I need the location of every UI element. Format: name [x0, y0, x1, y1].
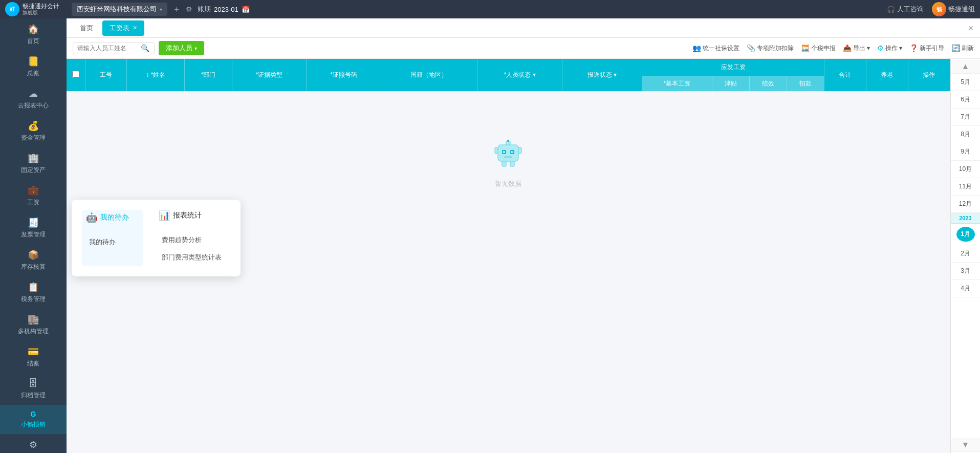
- popup-item-dept-expense[interactable]: 部门费用类型统计表: [159, 249, 225, 266]
- popup-col-report-stats-title: 📊 报表统计: [159, 210, 225, 224]
- sidebar-item-tax[interactable]: 📋 税务管理: [0, 276, 67, 309]
- home-icon: 🏠: [28, 24, 39, 35]
- sidebar-item-invoice[interactable]: 🧾 发票管理: [0, 212, 67, 244]
- th-report-status: 报送状态 ▾: [562, 59, 642, 91]
- sidebar-item-settlement[interactable]: 💳 结账: [0, 341, 67, 373]
- customer-service-btn[interactable]: 🎧 人工咨询: [887, 5, 924, 14]
- sidebar-label-invoice: 发票管理: [21, 230, 46, 239]
- social-security-btn[interactable]: 👥 统一社保设置: [692, 44, 739, 53]
- sidebar-item-cloud-report[interactable]: ☁ 云报表中心: [0, 83, 67, 115]
- special-deduct-label: 专项附加扣除: [757, 44, 794, 53]
- th-deduction: 扣款: [787, 76, 824, 92]
- year-2023-label: 2023: [951, 213, 980, 224]
- tab-close-all-btn[interactable]: ✕: [968, 24, 974, 32]
- month-item-2022-08[interactable]: 8月: [951, 126, 980, 143]
- search-icon[interactable]: 🔍: [141, 44, 149, 52]
- sidebar-item-multi-org[interactable]: 🏬 多机构管理: [0, 309, 67, 341]
- month-nav-down-btn[interactable]: ▼: [951, 438, 980, 452]
- export-label: 导出: [853, 44, 865, 53]
- add-person-button[interactable]: 添加人员 ▾: [159, 41, 204, 55]
- settlement-icon: 💳: [28, 346, 39, 357]
- toolbar-actions: 👥 统一社保设置 📎 专项附加扣除 🧮 个税申报 📤 导出 ▾ ⚙: [692, 44, 974, 53]
- popup-item-my-todo[interactable]: 我的待办: [86, 233, 139, 251]
- sidebar-item-inventory[interactable]: 📦 库存核算: [0, 244, 67, 276]
- th-name: ↕ *姓名: [127, 59, 185, 91]
- search-input[interactable]: [77, 45, 139, 52]
- user-profile[interactable]: 畅 畅捷通组: [932, 2, 975, 16]
- th-checkbox[interactable]: [67, 59, 85, 91]
- th-pension: 养老: [866, 59, 908, 91]
- sidebar-label-salary: 工资: [27, 198, 39, 207]
- month-item-2023-01[interactable]: 1月: [956, 227, 975, 242]
- select-all-checkbox[interactable]: [72, 71, 79, 78]
- svg-rect-4: [506, 141, 510, 145]
- month-item-2022-12[interactable]: 12月: [951, 196, 980, 213]
- tax-icon: 📋: [28, 282, 39, 293]
- settings-icon[interactable]: ⚙: [186, 5, 192, 13]
- sidebar-item-basic-settings[interactable]: ⚙ 基础设置: [0, 434, 67, 453]
- month-item-2023-04[interactable]: 4月: [951, 280, 980, 297]
- app-logo-text: 畅捷通好会计 旗舰版: [23, 3, 59, 16]
- sidebar-item-ledger[interactable]: 📒 总账: [0, 51, 67, 83]
- refresh-label: 刷新: [962, 44, 974, 53]
- tab-salary-table[interactable]: 工资表 ✕: [102, 20, 144, 36]
- calendar-icon[interactable]: 📅: [242, 6, 250, 13]
- basic-settings-icon: ⚙: [29, 439, 37, 450]
- sidebar-item-home[interactable]: 🏠 首页: [0, 18, 67, 51]
- export-btn[interactable]: 📤 导出 ▾: [843, 44, 870, 53]
- sidebar: 🏠 首页 📒 总账 ☁ 云报表中心 💰 资金管理 🏢 固定资产 💼 工资 🧾 发…: [0, 18, 67, 453]
- tab-salary-table-close[interactable]: ✕: [133, 25, 137, 31]
- svg-rect-9: [510, 161, 514, 166]
- month-item-2022-06[interactable]: 6月: [951, 91, 980, 109]
- social-security-icon: 👥: [692, 44, 701, 52]
- sidebar-item-archive[interactable]: 🗄 归档管理: [0, 373, 67, 405]
- month-item-2023-03[interactable]: 3月: [951, 263, 980, 280]
- popup-col-my-todo: 🤖 我的待办 我的待办: [82, 210, 143, 266]
- new-guide-action-icon: ❓: [909, 44, 918, 52]
- operations-btn[interactable]: ⚙ 操作 ▾: [877, 44, 902, 53]
- empty-state-illustration: [488, 132, 529, 173]
- sidebar-item-fund[interactable]: 💰 资金管理: [0, 115, 67, 147]
- month-nav-up-btn[interactable]: ▲: [951, 60, 980, 74]
- svg-rect-7: [518, 147, 521, 154]
- svg-rect-6: [495, 147, 498, 154]
- search-box[interactable]: 🔍: [73, 42, 155, 54]
- popup-report-stats-label: 报表统计: [173, 211, 202, 220]
- month-item-2022-07[interactable]: 7月: [951, 109, 980, 126]
- sidebar-item-fixed-asset[interactable]: 🏢 固定资产: [0, 147, 67, 180]
- refresh-btn[interactable]: 🔄 刷新: [951, 44, 974, 53]
- tab-home-label: 首页: [80, 24, 93, 33]
- operations-dropdown-arrow: ▾: [899, 45, 902, 52]
- empty-state-text: 暂无数据: [495, 179, 521, 188]
- popup-item-expense-trend[interactable]: 费用趋势分析: [159, 231, 225, 249]
- header-period: 账期 2023-01 📅: [198, 5, 250, 14]
- th-should-pay: 应发工资: [642, 59, 824, 76]
- header-middle: ＋ ⚙ 账期 2023-01 📅: [172, 4, 250, 15]
- special-deduct-btn[interactable]: 📎 专项附加扣除: [747, 44, 794, 53]
- month-item-2022-05[interactable]: 5月: [951, 74, 980, 91]
- sidebar-label-archive: 归档管理: [21, 391, 46, 400]
- th-work-no: 工号: [85, 59, 127, 91]
- month-item-2022-10[interactable]: 10月: [951, 161, 980, 178]
- th-id-no: *证照号码: [307, 59, 381, 91]
- app-logo-icon: 好: [5, 2, 19, 16]
- month-item-2022-11[interactable]: 11月: [951, 178, 980, 196]
- svg-rect-8: [502, 161, 506, 166]
- sidebar-item-salary[interactable]: 💼 工资: [0, 180, 67, 212]
- multi-org-icon: 🏬: [28, 314, 39, 325]
- new-guide-btn[interactable]: ❓ 新手引导: [909, 44, 944, 53]
- th-performance: 绩效: [749, 76, 787, 92]
- th-total: 合计: [824, 59, 866, 91]
- company-selector[interactable]: 西安虾米网络科技有限公司 ▾: [72, 3, 167, 16]
- operations-icon: ⚙: [877, 44, 884, 52]
- month-item-2022-09[interactable]: 9月: [951, 143, 980, 161]
- personal-tax-btn[interactable]: 🧮 个税申报: [801, 44, 836, 53]
- sidebar-item-mini-expense[interactable]: G 小畅报销: [0, 405, 67, 434]
- robot-icon: 🤖: [86, 212, 97, 223]
- export-icon: 📤: [843, 44, 852, 52]
- month-item-2023-02[interactable]: 2月: [951, 245, 980, 263]
- operations-label: 操作: [885, 44, 898, 53]
- add-icon[interactable]: ＋: [172, 4, 181, 15]
- tab-home[interactable]: 首页: [73, 20, 100, 36]
- popup-col-report-stats: 📊 报表统计 费用趋势分析 部门费用类型统计表: [159, 210, 225, 266]
